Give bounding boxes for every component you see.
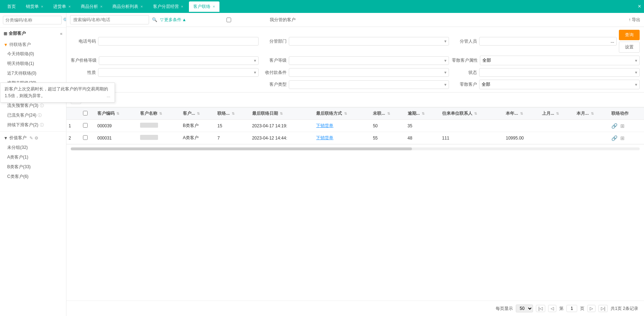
row1-last-month: [540, 120, 574, 132]
sidebar-item-class-a[interactable]: A类客户(1): [0, 152, 66, 162]
row1-name: [138, 120, 181, 132]
tab-customer-tier-close[interactable]: ×: [181, 4, 183, 9]
page-last-btn[interactable]: ▷|: [598, 305, 608, 312]
row2-link-icon[interactable]: 🔗: [611, 135, 617, 141]
info-icon-lost-warning[interactable]: ⓘ: [40, 103, 44, 108]
settings-icon-value[interactable]: ⚙: [34, 136, 38, 141]
export-label: 导出: [632, 17, 640, 23]
page-input[interactable]: [566, 305, 577, 312]
gender-select[interactable]: ▾: [98, 68, 259, 77]
value-customers-group[interactable]: ▼ 价值客户 ✎ ⚙: [0, 133, 66, 143]
price-grade-select[interactable]: ▾: [99, 56, 259, 65]
sidebar-all-customers-header[interactable]: ⊞ 全部客户 «: [0, 28, 66, 39]
page-suffix: 页: [580, 306, 584, 312]
my-customers-checkbox[interactable]: 我分管的客户: [189, 17, 296, 23]
department-select[interactable]: ▾: [289, 37, 449, 46]
info-icon-declining[interactable]: ⓘ: [40, 122, 44, 128]
retail-attr-select[interactable]: 全部 ▾: [480, 56, 640, 65]
customer-grade-select[interactable]: ▾: [289, 56, 449, 65]
filter-more-btn[interactable]: ▽ 更多条件 ▲: [160, 17, 186, 23]
phone-input[interactable]: [98, 37, 259, 46]
row1-grid-icon[interactable]: ⊞: [620, 123, 625, 129]
col-name[interactable]: 客户名称 ⇅: [138, 108, 181, 120]
tab-home[interactable]: 首页: [3, 1, 20, 12]
retail-customer-value: 全部: [482, 81, 490, 88]
edit-icon-value[interactable]: ✎: [29, 136, 33, 141]
col-code[interactable]: 客户编码 ⇅: [95, 108, 138, 120]
top-navigation: 首页 销货单 × 进货单 × 商品分析 × 商品分析列表 × 客户分层经营 × …: [0, 0, 644, 13]
row1-last-method[interactable]: 下销货单: [314, 120, 371, 132]
sidebar-item-class-b[interactable]: B类客户(33): [0, 162, 66, 172]
query-btn[interactable]: 查询: [619, 30, 640, 40]
status-select[interactable]: ▾: [479, 68, 640, 77]
col-last-method[interactable]: 最后联络方式 ⇅: [314, 108, 371, 120]
col-last-date-label: 最后联络日期: [252, 111, 278, 116]
tab-sales-close[interactable]: ×: [41, 4, 43, 9]
row2-last-month: [540, 132, 574, 144]
col-last-date[interactable]: 最后联络日期 ⇅: [250, 108, 314, 120]
sidebar-collapse-btn[interactable]: «: [60, 31, 62, 36]
status-arrow: ▾: [635, 70, 637, 75]
scroll-track[interactable]: [71, 147, 640, 150]
pending-contact-label: 待联络客户: [9, 42, 31, 48]
per-page-select[interactable]: 50: [516, 305, 533, 312]
col-this-month[interactable]: 本月... ⇅: [574, 108, 609, 120]
tab-product-analysis-list-close[interactable]: ×: [140, 4, 143, 9]
search-icon[interactable]: 🔍: [152, 17, 157, 22]
my-customers-check-input[interactable]: [189, 18, 268, 22]
col-checkbox[interactable]: [81, 108, 95, 120]
retail-attr-value: 全部: [482, 57, 491, 63]
row1-check[interactable]: [83, 123, 88, 128]
close-all-tabs[interactable]: ×: [638, 3, 641, 10]
col-name-sort: ⇅: [159, 112, 162, 115]
sidebar-item-tomorrow[interactable]: 明天待联络(1): [0, 59, 66, 69]
export-btn[interactable]: ↑ 导出: [629, 17, 640, 23]
sidebar-item-ungroup[interactable]: 未分组(32): [0, 143, 66, 152]
page-first-btn[interactable]: |◁: [536, 305, 545, 312]
retail-customer-select[interactable]: 全部 ▾: [479, 80, 640, 89]
col-overdue[interactable]: 逾期... ⇅: [406, 108, 440, 120]
filter-row-retail-customer: 零散客户 全部 ▾: [452, 80, 640, 89]
sidebar-item-today[interactable]: 今天待联络(0): [0, 49, 66, 59]
col-last-month[interactable]: 上月... ⇅: [540, 108, 574, 120]
row2-grid-icon[interactable]: ⊞: [620, 135, 625, 141]
page-next-btn[interactable]: ▷: [587, 305, 596, 312]
tab-product-analysis[interactable]: 商品分析 ×: [77, 1, 107, 12]
manager-select[interactable]: ...: [479, 37, 617, 46]
row2-check[interactable]: [83, 135, 88, 140]
sidebar-search-icon[interactable]: 🔍: [63, 18, 66, 23]
info-icon-lost[interactable]: ⓘ: [38, 113, 42, 118]
setting-btn[interactable]: 设置: [619, 42, 640, 53]
sidebar-search-input[interactable]: [3, 16, 62, 24]
col-contact-person[interactable]: 往来单位联系人 ⇅: [440, 108, 504, 120]
col-type[interactable]: 客户... ⇅: [181, 108, 215, 120]
sidebar-item-7days[interactable]: 近7天待联络(0): [0, 69, 66, 78]
col-contact-count[interactable]: 联络... ⇅: [215, 108, 250, 120]
sidebar-item-class-c[interactable]: C类客户(6): [0, 172, 66, 181]
tab-purchase[interactable]: 进货单 ×: [49, 1, 75, 12]
tab-product-analysis-close[interactable]: ×: [100, 4, 102, 9]
row1-link-icon[interactable]: 🔗: [611, 123, 617, 129]
customer-type-select[interactable]: ▾: [289, 80, 449, 89]
col-this-year[interactable]: 本年... ⇅: [504, 108, 540, 120]
payment-select[interactable]: ▾: [289, 68, 449, 77]
row1-checkbox[interactable]: [81, 120, 95, 132]
tab-customer-tier[interactable]: 客户分层经营 ×: [149, 1, 187, 12]
row2-last-date: 2023-04-12 14:44:: [250, 132, 314, 144]
tooltip-close[interactable]: ...: [107, 93, 110, 99]
sidebar-item-lost[interactable]: 已流失客户(24) ⓘ: [0, 110, 66, 120]
sidebar-item-declining[interactable]: 持续下滑客户(2) ⓘ: [0, 120, 66, 130]
tab-customer-contact[interactable]: 客户联络 ×: [189, 1, 219, 12]
tab-sales[interactable]: 销货单 ×: [22, 1, 47, 12]
tab-customer-contact-close[interactable]: ×: [213, 4, 215, 9]
col-uncontacted[interactable]: 未联... ⇅: [371, 108, 405, 120]
page-prev-btn[interactable]: ◁: [548, 305, 556, 312]
row2-last-method[interactable]: 下销货单: [314, 132, 371, 144]
horizontal-scroll-bar[interactable]: [66, 144, 644, 153]
scroll-thumb[interactable]: [71, 147, 412, 150]
select-all-checkbox[interactable]: [83, 111, 88, 115]
row2-checkbox[interactable]: [81, 132, 95, 144]
search-input[interactable]: [70, 15, 149, 24]
tab-purchase-close[interactable]: ×: [68, 4, 70, 9]
tab-product-analysis-list[interactable]: 商品分析列表 ×: [108, 1, 147, 12]
